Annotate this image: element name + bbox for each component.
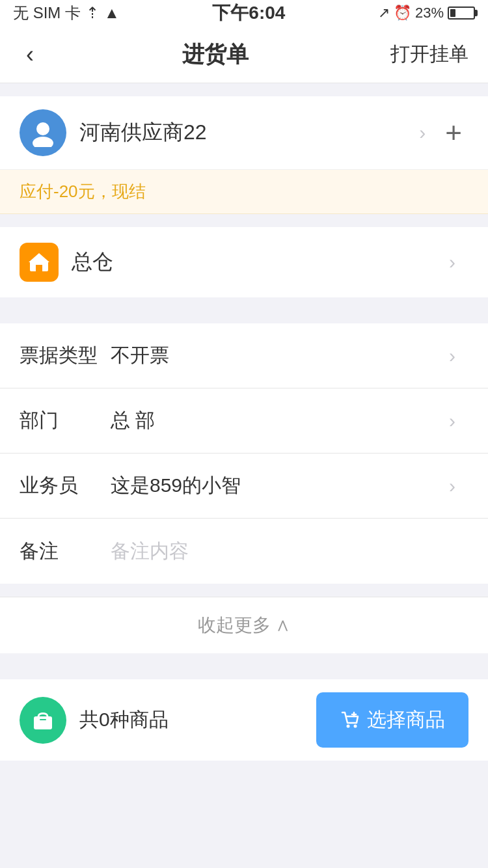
supplier-section: 河南供应商22 › + 应付-20元，现结: [0, 96, 488, 214]
section-divider-4: [0, 653, 488, 666]
warehouse-icon: [20, 243, 59, 282]
signal-icon: ▲: [104, 4, 120, 22]
back-button[interactable]: ‹: [20, 34, 40, 75]
battery-percent: 23%: [415, 5, 444, 21]
product-bag-icon: [30, 707, 56, 733]
warehouse-chevron-icon: ›: [449, 251, 455, 273]
collapse-toggle[interactable]: 收起更多 ∧: [0, 597, 488, 653]
page-title: 进货单: [182, 40, 249, 70]
product-icon: [20, 697, 66, 744]
status-bar: 无 SIM 卡 ⇡ ▲ 下午6:04 ↗ ⏰ 23%: [0, 0, 488, 26]
salesperson-label: 业务员: [20, 472, 111, 499]
svg-point-1: [33, 137, 53, 147]
svg-point-7: [347, 724, 350, 727]
svg-rect-5: [34, 716, 52, 729]
product-bar: 共0种商品 选择商品: [0, 679, 488, 761]
nav-bar: ‹ 进货单 打开挂单: [0, 26, 488, 83]
svg-rect-6: [40, 719, 46, 720]
svg-point-8: [354, 724, 357, 727]
status-left: 无 SIM 卡 ⇡ ▲: [13, 3, 120, 23]
svg-marker-3: [29, 253, 49, 262]
warehouse-svg-icon: [27, 251, 51, 274]
invoice-value: 不开票: [111, 342, 449, 369]
open-pending-button[interactable]: 打开挂单: [390, 41, 468, 68]
status-right: ↗ ⏰ 23%: [378, 5, 475, 21]
section-divider-1: [0, 83, 488, 96]
remark-label: 备注: [20, 538, 111, 565]
supplier-row[interactable]: 河南供应商22 › +: [0, 96, 488, 170]
section-divider-2: [0, 214, 488, 227]
form-section: 票据类型 不开票 › 部门 总 部 › 业务员 这是859的小智 › 备注 备注…: [0, 323, 488, 584]
product-count: 共0种商品: [79, 707, 316, 733]
supplier-notice: 应付-20元，现结: [0, 170, 488, 214]
department-row[interactable]: 部门 总 部 ›: [0, 388, 488, 454]
battery-icon: [448, 7, 475, 20]
warehouse-label: 总仓: [72, 248, 449, 277]
salesperson-chevron-icon: ›: [449, 475, 455, 497]
person-icon: [29, 118, 57, 147]
warehouse-row[interactable]: 总仓 ›: [0, 227, 488, 297]
invoice-chevron-icon: ›: [449, 345, 455, 367]
warehouse-section: 总仓 ›: [0, 227, 488, 297]
supplier-name: 河南供应商22: [79, 118, 419, 147]
salesperson-row[interactable]: 业务员 这是859的小智 ›: [0, 454, 488, 519]
svg-point-0: [36, 122, 49, 135]
location-icon: ↗: [378, 5, 390, 21]
supplier-avatar: [20, 109, 66, 156]
section-divider-3: [0, 297, 488, 310]
department-chevron-icon: ›: [449, 410, 455, 432]
supplier-chevron-icon: ›: [419, 122, 426, 144]
department-label: 部门: [20, 407, 111, 434]
department-value: 总 部: [111, 407, 449, 434]
cart-plus-icon: [340, 710, 360, 731]
select-product-label: 选择商品: [367, 707, 445, 733]
remark-placeholder: 备注内容: [111, 538, 468, 565]
add-supplier-button[interactable]: +: [439, 118, 468, 147]
svg-rect-4: [36, 265, 42, 271]
remark-row[interactable]: 备注 备注内容: [0, 519, 488, 584]
invoice-label: 票据类型: [20, 342, 111, 369]
wifi-icon: ⇡: [86, 4, 99, 22]
status-time: 下午6:04: [212, 1, 285, 25]
salesperson-value: 这是859的小智: [111, 472, 449, 499]
invoice-row[interactable]: 票据类型 不开票 ›: [0, 323, 488, 388]
select-product-button[interactable]: 选择商品: [316, 692, 468, 748]
sim-label: 无 SIM 卡: [13, 3, 81, 23]
alarm-icon: ⏰: [394, 5, 411, 21]
collapse-label: 收起更多 ∧: [198, 613, 291, 638]
